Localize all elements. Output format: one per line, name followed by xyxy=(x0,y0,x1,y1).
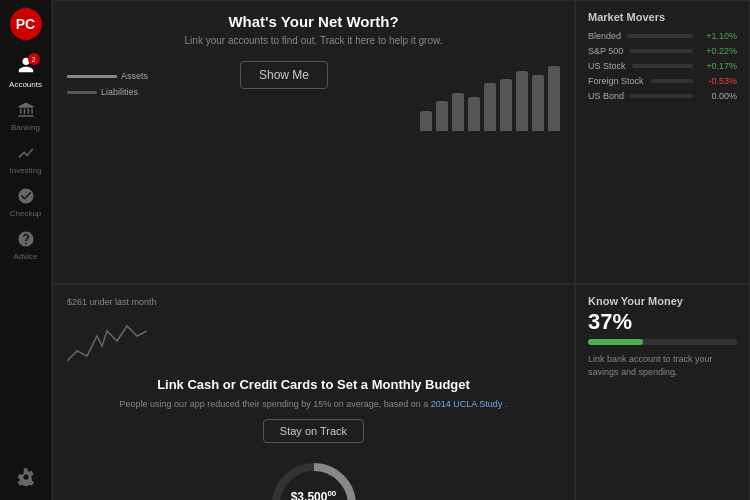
know-title: Know Your Money xyxy=(588,295,737,307)
market-row-foreign: Foreign Stock -0.53% xyxy=(588,76,737,86)
app-logo: PC xyxy=(10,8,42,40)
blended-bar xyxy=(627,34,680,38)
sidebar-item-checkup-label: Checkup xyxy=(10,209,42,218)
linkcash-card: $261 under last month Link Cash or Credi… xyxy=(52,284,575,500)
sp500-bar-wrap xyxy=(629,49,693,53)
under-label: $261 under last month xyxy=(67,297,157,307)
sidebar: PC 2 Accounts Banking Investing Checkup … xyxy=(0,0,52,500)
checkup-icon xyxy=(17,187,35,205)
sidebar-item-investing[interactable]: Investing xyxy=(0,138,51,181)
bar-chart xyxy=(420,61,560,131)
networth-labels: Assets Liabilities xyxy=(67,71,148,103)
networth-card: What's Your Net Worth? Link your account… xyxy=(52,0,575,284)
donut-chart: $3,50000 of $5,000 $200 under xyxy=(269,460,359,500)
market-row-blended: Blended +1.10% xyxy=(588,31,737,41)
usstock-bar-wrap xyxy=(632,64,693,68)
bar-3 xyxy=(452,93,464,131)
market-row-usbond: US Bond 0.00% xyxy=(588,91,737,101)
stay-on-track-button[interactable]: Stay on Track xyxy=(263,419,364,443)
show-me-button[interactable]: Show Me xyxy=(240,61,328,89)
settings-icon[interactable] xyxy=(17,468,35,486)
foreign-bar-wrap xyxy=(650,79,693,83)
know-your-money-card: Know Your Money 37% Link bank account to… xyxy=(575,284,750,500)
usstock-bar xyxy=(632,64,647,68)
bar-6 xyxy=(500,79,512,131)
account-badge: 2 xyxy=(28,53,40,65)
sidebar-item-advice[interactable]: Advice xyxy=(0,224,51,267)
assets-bar xyxy=(67,75,117,78)
linkcash-title: Link Cash or Credit Cards to Set a Month… xyxy=(157,377,470,392)
banking-icon xyxy=(17,101,35,119)
market-row-sp500: S&P 500 +0.22% xyxy=(588,46,737,56)
know-progress-bar xyxy=(588,339,737,345)
sidebar-item-advice-label: Advice xyxy=(13,252,37,261)
sp500-bar xyxy=(629,49,648,53)
sidebar-item-banking[interactable]: Banking xyxy=(0,95,51,138)
blended-bar-wrap xyxy=(627,34,693,38)
networth-body: Assets Liabilities Show Me xyxy=(67,61,560,131)
linkcash-right: $3,50000 of $5,000 $200 under xyxy=(67,455,560,500)
investing-icon xyxy=(17,144,35,162)
spending-chart xyxy=(67,311,147,371)
networth-title: What's Your Net Worth? xyxy=(185,13,443,30)
donut-amount: $3,50000 xyxy=(291,489,337,500)
know-desc: Link bank account to track your savings … xyxy=(588,353,737,500)
assets-label: Assets xyxy=(67,71,148,81)
networth-subtitle: Link your accounts to find out. Track it… xyxy=(185,34,443,47)
bar-5 xyxy=(484,83,496,131)
bar-8 xyxy=(532,75,544,131)
linkcash-left: $261 under last month xyxy=(67,297,560,377)
bar-1 xyxy=(420,111,432,131)
sidebar-item-investing-label: Investing xyxy=(9,166,41,175)
linkcash-desc: People using our app reduced their spend… xyxy=(120,398,508,411)
liabilities-bar xyxy=(67,91,97,94)
usbond-bar xyxy=(630,94,633,98)
usbond-bar-wrap xyxy=(630,94,693,98)
sidebar-item-accounts-label: Accounts xyxy=(9,80,42,89)
know-progress-fill xyxy=(588,339,643,345)
market-movers-card: Market Movers Blended +1.10% S&P 500 +0.… xyxy=(575,0,750,284)
bar-2 xyxy=(436,101,448,131)
advice-icon xyxy=(17,230,35,248)
liabilities-label: Liabilities xyxy=(67,87,148,97)
bar-7 xyxy=(516,71,528,131)
sidebar-item-checkup[interactable]: Checkup xyxy=(0,181,51,224)
know-pct: 37% xyxy=(588,309,737,335)
bar-4 xyxy=(468,97,480,131)
foreign-bar xyxy=(650,79,672,83)
sidebar-item-banking-label: Banking xyxy=(11,123,40,132)
content-grid: What's Your Net Worth? Link your account… xyxy=(52,0,750,500)
linkcash-link[interactable]: 2014 UCLA Study xyxy=(431,399,503,409)
main-content: What's Your Net Worth? Link your account… xyxy=(52,0,750,500)
market-movers-title: Market Movers xyxy=(588,11,737,23)
sidebar-bottom xyxy=(17,468,35,490)
bar-9 xyxy=(548,66,560,131)
linkcash-center: Link Cash or Credit Cards to Set a Month… xyxy=(67,377,560,455)
donut-label: $3,50000 of $5,000 $200 under xyxy=(291,489,337,500)
sidebar-item-accounts[interactable]: 2 Accounts xyxy=(0,50,51,95)
networth-center: Show Me xyxy=(158,61,410,95)
market-row-usstock: US Stock +0.17% xyxy=(588,61,737,71)
